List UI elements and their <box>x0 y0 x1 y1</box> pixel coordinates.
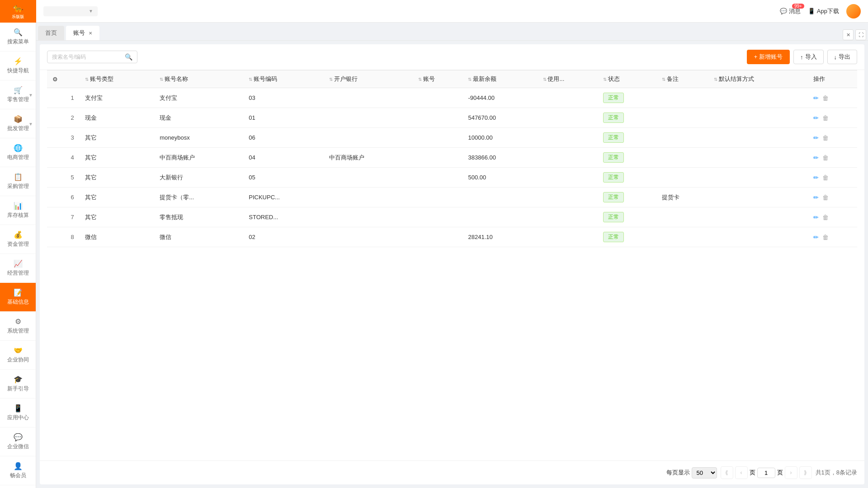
import-button[interactable]: ↑ 导入 <box>793 50 824 64</box>
row-status: 正常 <box>599 88 658 108</box>
edit-button[interactable]: ✏ <box>813 114 819 122</box>
row-usage <box>539 88 599 108</box>
col-notes[interactable]: 备注 <box>658 70 710 88</box>
status-badge: 正常 <box>603 113 624 123</box>
col-usage[interactable]: 使用... <box>539 70 599 88</box>
col-name[interactable]: 账号名称 <box>156 70 245 88</box>
search-icon[interactable]: 🔍 <box>125 53 132 61</box>
tab-close-icon[interactable]: ✕ <box>89 31 92 36</box>
delete-button[interactable]: 🗑 <box>822 114 829 122</box>
col-settings[interactable]: ⚙ <box>47 70 63 88</box>
row-bank <box>326 207 415 227</box>
appcenter-icon: 📱 <box>14 404 23 413</box>
sidebar-item-label: 系统管理 <box>7 327 29 335</box>
sidebar-item-guide[interactable]: 🎓 新手引导 <box>0 370 36 399</box>
dropdown-arrow-icon[interactable]: ▼ <box>89 9 93 14</box>
close-tab-ctrl-button[interactable]: ✕ <box>843 29 854 40</box>
edit-button[interactable]: ✏ <box>813 134 819 141</box>
page-first-button[interactable]: ⟪ <box>721 466 733 479</box>
top-search-input[interactable] <box>48 8 89 14</box>
edit-button[interactable]: ✏ <box>813 174 819 181</box>
status-badge: 正常 <box>603 93 624 103</box>
sidebar-item-member[interactable]: 👤 畅会员 <box>0 456 36 485</box>
row-code: 06 <box>245 128 325 148</box>
delete-button[interactable]: 🗑 <box>822 134 829 141</box>
row-account <box>415 227 465 247</box>
sidebar-item-purchase[interactable]: 📋 采购管理 <box>0 167 36 196</box>
row-no: 3 <box>63 128 81 148</box>
app-logo[interactable]: 🐆 乐版版 <box>0 0 36 23</box>
edit-button[interactable]: ✏ <box>813 194 819 201</box>
col-code[interactable]: 账号编码 <box>245 70 325 88</box>
page-prev-button[interactable]: ‹ <box>735 466 748 479</box>
sidebar-item-label: 搜索菜单 <box>7 38 29 46</box>
add-account-button[interactable]: + 新增账号 <box>747 50 790 64</box>
search-wrap: 🔍 <box>47 51 137 63</box>
row-bank <box>326 168 415 188</box>
edit-button[interactable]: ✏ <box>813 154 819 161</box>
chevron-down-icon: ▼ <box>28 92 33 97</box>
row-notes <box>658 128 710 148</box>
toolbar-left: 🔍 <box>47 51 137 63</box>
sidebar-item-system[interactable]: ⚙ 系统管理 <box>0 312 36 341</box>
delete-button[interactable]: 🗑 <box>822 94 829 102</box>
sidebar-item-retail[interactable]: 🛒 零售管理 ▼ <box>0 80 36 109</box>
row-actions: ✏ 🗑 <box>810 188 857 207</box>
delete-button[interactable]: 🗑 <box>822 234 829 241</box>
edit-button[interactable]: ✏ <box>813 94 819 102</box>
sidebar-item-wholesale[interactable]: 📦 批发管理 ▼ <box>0 109 36 138</box>
sidebar-item-finance[interactable]: 💰 资金管理 <box>0 225 36 254</box>
sidebar-item-agreement[interactable]: 🤝 企业协同 <box>0 341 36 370</box>
edit-button[interactable]: ✏ <box>813 234 819 241</box>
user-avatar[interactable] <box>846 4 861 19</box>
sidebar-item-wechat[interactable]: 💬 企业微信 <box>0 427 36 456</box>
tab-account[interactable]: 账号 ✕ <box>66 26 99 40</box>
col-status[interactable]: 状态 <box>599 70 658 88</box>
row-balance: 383866.00 <box>464 148 539 168</box>
sidebar-item-basic[interactable]: 📝 基础信息 <box>0 283 36 312</box>
sidebar-item-search[interactable]: 🔍 搜索菜单 <box>0 23 36 52</box>
action-buttons: ✏ 🗑 <box>813 134 854 141</box>
delete-button[interactable]: 🗑 <box>822 174 829 181</box>
tab-controls: ✕ ⛶ <box>843 29 866 40</box>
page-size-select[interactable]: 50 100 200 <box>692 467 717 479</box>
page-next-button[interactable]: › <box>785 466 797 479</box>
sidebar-item-label: 快捷导航 <box>7 67 29 75</box>
tab-home[interactable]: 首页 <box>38 26 64 40</box>
accounts-table: ⚙ 账号类型 账号名称 账号编码 开户银行 账号 最新余额 使用... 状态 备… <box>47 70 857 247</box>
sidebar-item-appcenter[interactable]: 📱 应用中心 <box>0 399 36 427</box>
search-input[interactable] <box>52 54 125 60</box>
sidebar-item-operation[interactable]: 📈 经营管理 <box>0 254 36 283</box>
top-search-box[interactable]: ▼ <box>43 6 98 16</box>
edit-button[interactable]: ✏ <box>813 214 819 221</box>
col-account[interactable]: 账号 <box>415 70 465 88</box>
delete-button[interactable]: 🗑 <box>822 214 829 221</box>
page-last-button[interactable]: ⟫ <box>799 466 812 479</box>
fullscreen-tab-ctrl-button[interactable]: ⛶ <box>855 29 866 40</box>
row-usage <box>539 227 599 247</box>
row-settings <box>47 227 63 247</box>
app-download-button[interactable]: 📱 App下载 <box>808 7 839 15</box>
notification-button[interactable]: 💬 消息 99+ <box>780 7 801 15</box>
row-status: 正常 <box>599 148 658 168</box>
export-button[interactable]: ↓ 导出 <box>827 50 858 64</box>
col-settlement[interactable]: 默认结算方式 <box>710 70 810 88</box>
row-name: 中百商场账户 <box>156 148 245 168</box>
page-number-input[interactable] <box>757 468 775 478</box>
sidebar-item-ecommerce[interactable]: 🌐 电商管理 <box>0 138 36 167</box>
row-settlement <box>710 227 810 247</box>
col-type[interactable]: 账号类型 <box>81 70 156 88</box>
row-notes <box>658 207 710 227</box>
col-balance[interactable]: 最新余额 <box>464 70 539 88</box>
sidebar-item-label: 库存核算 <box>7 211 29 219</box>
row-account <box>415 108 465 128</box>
delete-button[interactable]: 🗑 <box>822 194 829 201</box>
table-row: 3 其它 moneybosx 06 10000.00 正常 ✏ 🗑 <box>47 128 857 148</box>
settings-gear-icon[interactable]: ⚙ <box>52 76 58 83</box>
action-buttons: ✏ 🗑 <box>813 174 854 181</box>
sidebar-item-inventory[interactable]: 📊 库存核算 <box>0 196 36 225</box>
sidebar-item-quicknav[interactable]: ⚡ 快捷导航 <box>0 52 36 80</box>
delete-button[interactable]: 🗑 <box>822 154 829 161</box>
row-code: STORED... <box>245 207 325 227</box>
col-bank[interactable]: 开户银行 <box>326 70 415 88</box>
